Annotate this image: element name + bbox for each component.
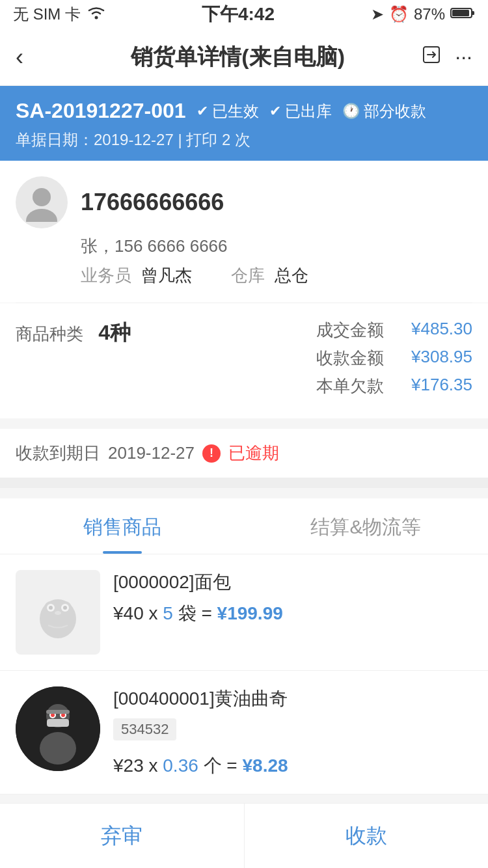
amount-row: 成交金额 ¥485.30 (316, 319, 472, 342)
warehouse-info: 仓库 总仓 (231, 264, 308, 287)
nav-bar: ‹ 销货单详情(来自电脑) ··· (0, 29, 488, 86)
wifi-icon (87, 5, 105, 23)
check-icon-2: ✔ (269, 103, 281, 120)
price-unit-label-1: 袋 (178, 603, 197, 623)
status-right: ➤ ⏰ 87% (371, 5, 475, 23)
warehouse-value: 总仓 (275, 265, 308, 285)
price-total-1: ¥199.99 (217, 603, 283, 623)
svg-rect-18 (47, 719, 69, 727)
battery-text: 87% (414, 5, 445, 23)
product-item-2: [000400001]黄油曲奇 534532 ¥23 x 0.36 个 = ¥8… (0, 671, 488, 794)
status-badge-1: ✔ 已生效 (197, 101, 259, 122)
product-name-2: [000400001]黄油曲奇 (113, 686, 472, 711)
due-date-label: 收款到期日 (16, 442, 100, 465)
confirm-label: 收款 (346, 822, 387, 850)
customer-section: 17666666666 张，156 6666 6666 业务员 曾凡杰 仓库 总… (0, 161, 488, 303)
staff-value: 曾凡杰 (141, 265, 192, 285)
customer-name: 17666666666 (81, 189, 224, 216)
status-text-2: 已出库 (285, 101, 332, 122)
amount-label: 成交金额 (316, 319, 384, 342)
product-info-1: [0000002]面包 ¥40 x 5 袋 = ¥199.99 (113, 570, 472, 655)
due-date-value: 2019-12-27 (108, 443, 195, 463)
battery-icon (450, 5, 475, 23)
staff-label: 业务员 (81, 265, 131, 285)
share-icon[interactable] (421, 44, 442, 70)
price-unit-2: ¥23 (113, 755, 144, 776)
product-price-1: ¥40 x 5 袋 = ¥199.99 (113, 601, 472, 626)
tab-settlement-label: 结算&物流等 (310, 516, 421, 537)
tab-products[interactable]: 销售商品 (0, 498, 244, 554)
product-name-1: [0000002]面包 (113, 570, 472, 595)
section-divider-2 (0, 478, 488, 488)
price-sep-1: x (149, 603, 163, 623)
page-title: 销货单详情(来自电脑) (55, 42, 421, 72)
price-qty-2: 0.36 (163, 755, 198, 776)
product-item: [0000002]面包 ¥40 x 5 袋 = ¥199.99 (0, 554, 488, 671)
price-total-2: ¥8.28 (242, 755, 288, 776)
product-price-2: ¥23 x 0.36 个 = ¥8.28 (113, 753, 472, 778)
debt-label: 本单欠款 (316, 375, 384, 398)
price-unit-label-2: 个 (204, 755, 222, 776)
svg-rect-23 (46, 710, 70, 714)
overdue-icon: ! (202, 444, 221, 463)
type-label: 商品种类 (16, 324, 83, 344)
customer-main: 17666666666 (16, 176, 472, 228)
order-header-top: SA-20191227-001 ✔ 已生效 ✔ 已出库 🕐 部分收款 (16, 99, 472, 123)
received-label: 收款金额 (316, 347, 384, 370)
cancel-button[interactable]: 弃审 (0, 804, 244, 868)
tab-products-label: 销售商品 (83, 516, 161, 537)
price-sep-2: x (149, 755, 163, 776)
bottom-bar: 弃审 收款 (0, 803, 488, 868)
staff-info: 业务员 曾凡杰 (81, 264, 192, 287)
product-image-2 (16, 686, 100, 771)
tab-settlement[interactable]: 结算&物流等 (244, 498, 488, 554)
type-value: 4种 (98, 321, 131, 344)
status-left: 无 SIM 卡 (13, 4, 105, 25)
svg-point-12 (49, 606, 53, 610)
location-icon: ➤ (371, 5, 384, 23)
check-icon-1: ✔ (197, 103, 208, 120)
cancel-label: 弃审 (101, 822, 142, 850)
amount-value: ¥485.30 (394, 319, 472, 342)
debt-value: ¥176.35 (394, 375, 472, 398)
price-unit-1: ¥40 (113, 603, 144, 623)
order-header: SA-20191227-001 ✔ 已生效 ✔ 已出库 🕐 部分收款 单据日期：… (0, 86, 488, 161)
svg-point-0 (95, 16, 98, 20)
summary-left: 商品种类 4种 (16, 319, 131, 347)
due-date-section: 收款到期日 2019-12-27 ! 已逾期 (0, 429, 488, 478)
tabs-container: 销售商品 结算&物流等 (0, 498, 488, 554)
svg-point-17 (40, 732, 76, 765)
received-row: 收款金额 ¥308.95 (316, 347, 472, 370)
status-badge-2: ✔ 已出库 (269, 101, 332, 122)
overdue-text: 已逾期 (228, 442, 279, 465)
summary-section: 商品种类 4种 成交金额 ¥485.30 收款金额 ¥308.95 本单欠款 ¥… (0, 303, 488, 418)
product-sku-2: 534532 (113, 718, 176, 740)
price-qty-1: 5 (163, 603, 173, 623)
status-text-3: 部分收款 (364, 101, 426, 122)
product-image-1 (16, 570, 100, 655)
back-button[interactable]: ‹ (16, 44, 55, 71)
clock-icon: 🕐 (342, 103, 360, 120)
products-section: [0000002]面包 ¥40 x 5 袋 = ¥199.99 (0, 554, 488, 794)
svg-point-5 (33, 188, 51, 206)
avatar (16, 176, 68, 228)
summary-row: 商品种类 4种 成交金额 ¥485.30 收款金额 ¥308.95 本单欠款 ¥… (16, 319, 472, 403)
svg-point-6 (26, 209, 57, 222)
confirm-button[interactable]: 收款 (244, 804, 489, 868)
price-eq-1: = (201, 603, 217, 623)
customer-sub: 张，156 6666 6666 (81, 235, 472, 258)
svg-point-13 (63, 606, 67, 610)
product-info-2: [000400001]黄油曲奇 534532 ¥23 x 0.36 个 = ¥8… (113, 686, 472, 778)
price-eq-2: = (226, 755, 242, 776)
carrier-text: 无 SIM 卡 (13, 4, 81, 25)
received-value: ¥308.95 (394, 347, 472, 370)
alarm-icon: ⏰ (389, 5, 409, 23)
order-meta: 单据日期：2019-12-27 | 打印 2 次 (16, 129, 472, 150)
more-icon[interactable]: ··· (455, 45, 472, 69)
nav-actions: ··· (421, 44, 472, 70)
svg-rect-2 (452, 10, 469, 16)
status-text-1: 已生效 (212, 101, 259, 122)
section-divider-1 (0, 418, 488, 429)
warehouse-label: 仓库 (231, 265, 265, 285)
order-id: SA-20191227-001 (16, 99, 186, 123)
